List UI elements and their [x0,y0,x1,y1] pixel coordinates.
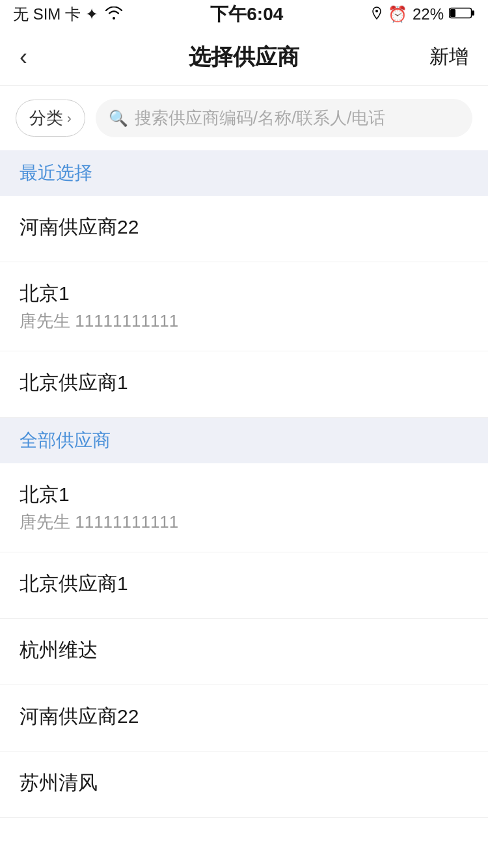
list-item[interactable]: 河南供应商22 [0,685,488,752]
item-name: 河南供应商22 [20,214,468,241]
item-name: 杭州维达 [20,637,468,664]
new-action-button[interactable]: 新增 [416,44,468,70]
category-filter-button[interactable]: 分类 › [16,100,85,137]
list-item[interactable]: 苏州清风 [0,752,488,818]
svg-point-0 [375,10,378,12]
item-name: 苏州清风 [20,770,468,796]
search-placeholder-text: 搜索供应商编码/名称/联系人/电话 [135,107,386,129]
search-icon: 🔍 [109,109,128,128]
list-item[interactable]: 北京供应商1 [0,351,488,418]
back-button[interactable]: ‹ [20,44,72,71]
filter-bar: 分类 › 🔍 搜索供应商编码/名称/联系人/电话 [0,86,488,150]
list-item[interactable]: 北京供应商1 [0,552,488,619]
wifi-icon [105,5,123,23]
status-right: ⏰ 22% [371,5,475,23]
nav-bar: ‹ 选择供应商 新增 [0,29,488,86]
clock-icon: ⏰ [388,5,407,23]
page-title: 选择供应商 [189,42,299,72]
recent-list: 河南供应商22北京1唐先生 11111111111北京供应商1 [0,196,488,418]
status-time: 下午6:04 [210,2,283,27]
item-name: 北京1 [20,280,468,307]
item-sub: 唐先生 11111111111 [20,310,468,332]
search-box[interactable]: 🔍 搜索供应商编码/名称/联系人/电话 [96,99,472,137]
item-name: 河南供应商22 [20,703,468,730]
list-item[interactable]: 河南供应商22 [0,196,488,262]
category-label: 分类 [29,107,63,129]
all-list: 北京1唐先生 11111111111北京供应商1杭州维达河南供应商22苏州清风 [0,463,488,818]
list-item[interactable]: 杭州维达 [0,619,488,685]
battery-label: 22% [413,5,444,23]
sim-label: 无 SIM 卡 ✦ [13,4,98,25]
item-name: 北京1 [20,481,468,508]
status-left: 无 SIM 卡 ✦ [13,4,123,25]
list-item[interactable]: 北京1唐先生 11111111111 [0,262,488,351]
all-section-header: 全部供应商 [0,418,488,463]
chevron-right-icon: › [67,111,72,126]
status-bar: 无 SIM 卡 ✦ 下午6:04 ⏰ 22% [0,0,488,29]
svg-rect-3 [472,10,474,16]
list-item[interactable]: 北京1唐先生 11111111111 [0,463,488,552]
svg-rect-2 [450,9,455,17]
item-name: 北京供应商1 [20,370,468,396]
location-icon [371,5,383,23]
recent-section-header: 最近选择 [0,150,488,196]
item-sub: 唐先生 11111111111 [20,511,468,534]
battery-icon [449,5,475,23]
item-name: 北京供应商1 [20,571,468,597]
